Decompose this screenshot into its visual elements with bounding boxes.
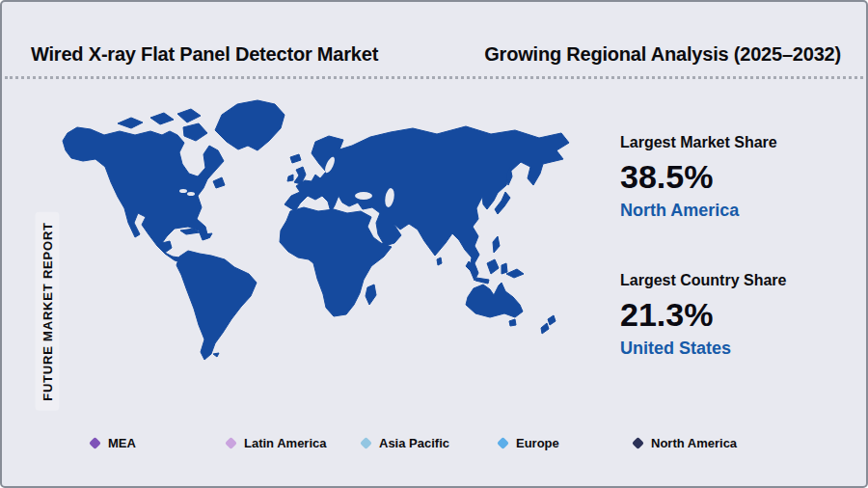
legend-label-latin-america: Latin America (244, 436, 327, 450)
stat-country-share-label: Largest Country Share (620, 272, 861, 289)
legend-label-asia-pacific: Asia Pacific (379, 436, 449, 450)
world-map-svg (62, 91, 592, 370)
brand-watermark-text: FUTURE MARKET REPORT (36, 212, 60, 411)
legend-label-north-america: North America (651, 436, 737, 450)
stats-column: Largest Market Share 38.5% North America… (620, 134, 861, 359)
north-america-shape (63, 127, 224, 262)
infographic-panel: Wired X-ray Flat Panel Detector Market G… (0, 0, 868, 488)
legend-item-latin-america: Latin America (227, 434, 327, 451)
page-title-left: Wired X-ray Flat Panel Detector Market (31, 43, 378, 66)
legend-item-europe: Europe (499, 434, 559, 451)
stat-market-share-value: 38.5% (620, 160, 861, 193)
legend-dot-mea (89, 437, 101, 449)
australia-shape (466, 283, 523, 317)
world-map (62, 91, 592, 370)
stat-country-share: Largest Country Share 21.3% United State… (620, 272, 861, 359)
legend-label-mea: MEA (108, 436, 136, 450)
stat-market-share: Largest Market Share 38.5% North America (620, 134, 861, 221)
stat-country-share-region: United States (620, 339, 861, 359)
legend-dot-europe (497, 437, 509, 449)
page-title-right: Growing Regional Analysis (2025–2032) (484, 43, 841, 66)
legend-label-europe: Europe (516, 436, 559, 450)
header-divider (5, 76, 863, 79)
greenland-shape (215, 100, 285, 150)
legend-item-north-america: North America (634, 434, 737, 451)
header: Wired X-ray Flat Panel Detector Market G… (2, 2, 866, 76)
stat-market-share-label: Largest Market Share (620, 134, 861, 151)
south-america-shape (176, 251, 257, 360)
legend: MEA Latin America Asia Pacific Europe No… (2, 434, 868, 451)
africa-shape (280, 207, 392, 316)
legend-item-mea: MEA (91, 434, 136, 451)
stat-market-share-region: North America (620, 201, 861, 221)
stat-country-share-value: 21.3% (620, 298, 861, 331)
legend-item-asia-pacific: Asia Pacific (362, 434, 449, 451)
legend-dot-asia-pacific (360, 437, 372, 449)
brand-watermark: FUTURE MARKET REPORT (41, 212, 55, 411)
legend-dot-north-america (632, 437, 644, 449)
legend-dot-latin-america (225, 437, 237, 449)
japan-shape (495, 192, 510, 214)
